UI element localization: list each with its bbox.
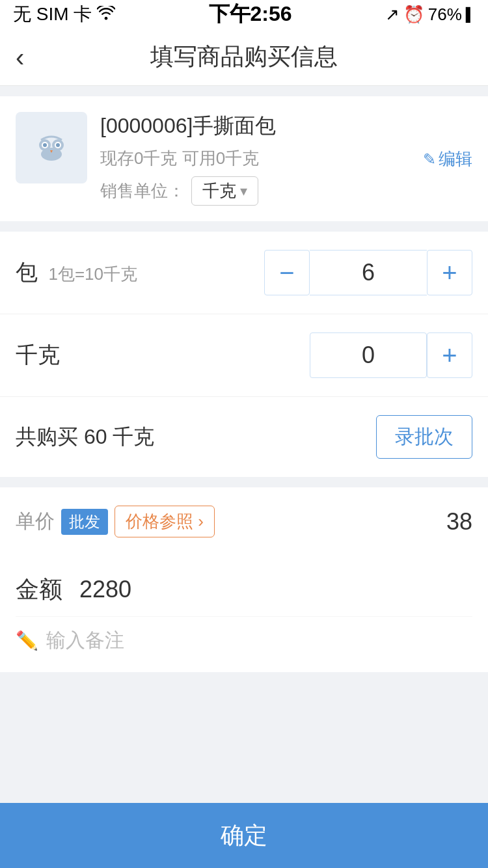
battery-icon: ▌ bbox=[466, 7, 475, 22]
svg-point-6 bbox=[41, 148, 62, 161]
edit-button[interactable]: ✎ 编辑 bbox=[423, 148, 472, 170]
price-section: 单价 批发 价格参照 › 38 bbox=[0, 487, 488, 556]
amount-label: 金额 bbox=[16, 576, 62, 603]
unit-label: 销售单位： bbox=[100, 180, 185, 202]
bao-label: 包 bbox=[16, 260, 38, 284]
product-thumbnail bbox=[16, 112, 87, 183]
edit-label: 编辑 bbox=[439, 148, 472, 170]
pencil-icon: ✏️ bbox=[16, 630, 38, 651]
unit-value: 千克 bbox=[202, 180, 236, 202]
remark-placeholder: 输入备注 bbox=[46, 627, 124, 654]
total-row: 共购买 60 千克 录批次 bbox=[0, 397, 488, 477]
product-name: [0000006]手撕面包 bbox=[100, 112, 472, 141]
bao-quantity-control: − + bbox=[264, 250, 472, 295]
confirm-button[interactable]: 确定 bbox=[0, 803, 488, 868]
price-reference-button[interactable]: 价格参照 › bbox=[115, 506, 215, 537]
edit-icon: ✎ bbox=[423, 150, 436, 168]
status-left: 无 SIM 卡 bbox=[13, 2, 115, 27]
bao-sub: 1包=10千克 bbox=[48, 264, 137, 284]
location-icon: ↗ bbox=[385, 5, 400, 25]
price-ref-label: 价格参照 › bbox=[126, 510, 204, 533]
kg-quantity-control: + bbox=[310, 332, 472, 378]
quantity-row-bao: 包 1包=10千克 − + bbox=[0, 232, 488, 314]
product-info: [0000006]手撕面包 现存0千克 可用0千克 销售单位： 千克 ▾ bbox=[100, 112, 472, 206]
amount-section: 金额 2280 ✏️ 输入备注 bbox=[0, 556, 488, 672]
kg-quantity-input[interactable] bbox=[310, 332, 427, 378]
time-display: 下午2:56 bbox=[209, 0, 292, 29]
price-label-group: 单价 批发 价格参照 › bbox=[16, 506, 215, 537]
back-button[interactable]: ‹ bbox=[16, 44, 24, 70]
price-value: 38 bbox=[446, 508, 472, 536]
product-stock: 现存0千克 可用0千克 bbox=[100, 147, 472, 170]
bao-label-group: 包 1包=10千克 bbox=[16, 258, 137, 288]
bao-quantity-input[interactable] bbox=[310, 250, 427, 295]
price-label: 单价 bbox=[16, 508, 55, 535]
svg-point-5 bbox=[56, 143, 60, 147]
nav-bar: ‹ 填写商品购买信息 bbox=[0, 29, 488, 86]
batch-button[interactable]: 录批次 bbox=[376, 415, 472, 459]
kg-label: 千克 bbox=[16, 340, 60, 370]
page-title: 填写商品购买信息 bbox=[150, 41, 338, 73]
remark-row[interactable]: ✏️ 输入备注 bbox=[16, 616, 472, 672]
battery-text: 76% bbox=[428, 5, 462, 25]
total-text: 共购买 60 千克 bbox=[16, 423, 154, 452]
amount-display: 金额 2280 bbox=[16, 574, 472, 606]
product-card: [0000006]手撕面包 现存0千克 可用0千克 销售单位： 千克 ▾ ✎ 编… bbox=[0, 96, 488, 221]
unit-selector[interactable]: 千克 ▾ bbox=[191, 176, 258, 206]
price-badge: 批发 bbox=[61, 509, 108, 535]
wifi-icon bbox=[97, 4, 115, 25]
bao-decrease-button[interactable]: − bbox=[264, 250, 310, 295]
carrier-text: 无 SIM 卡 bbox=[13, 2, 92, 27]
svg-point-4 bbox=[43, 143, 47, 147]
product-unit-row: 销售单位： 千克 ▾ bbox=[100, 176, 472, 206]
quantity-section: 包 1包=10千克 − + 千克 + 共购买 60 千克 录批次 bbox=[0, 232, 488, 477]
amount-value: 2280 bbox=[79, 576, 131, 603]
bao-increase-button[interactable]: + bbox=[427, 250, 472, 295]
kg-increase-button[interactable]: + bbox=[427, 332, 472, 378]
dropdown-icon: ▾ bbox=[240, 183, 247, 200]
status-right: ↗ ⏰ 76% ▌ bbox=[385, 5, 475, 25]
quantity-row-kg: 千克 + bbox=[0, 314, 488, 397]
alarm-icon: ⏰ bbox=[403, 5, 424, 25]
status-bar: 无 SIM 卡 下午2:56 ↗ ⏰ 76% ▌ bbox=[0, 0, 488, 29]
